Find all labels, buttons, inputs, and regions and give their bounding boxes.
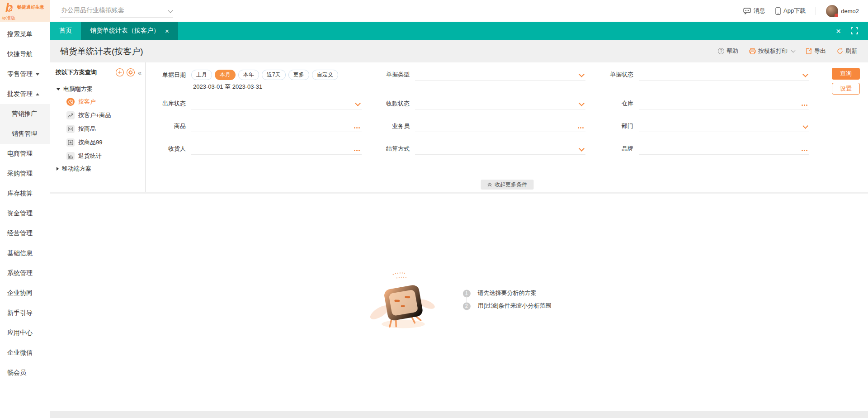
filter-product: 商品 [159,121,362,144]
plan-item-by-customer-product[interactable]: 按客户+商品 [57,109,145,122]
star-report-icon [66,138,75,147]
date-preset-last-month[interactable]: 上月 [191,70,212,80]
settings-button[interactable]: 设置 [832,83,860,95]
tree-group-pc[interactable]: 电脑端方案 [57,83,145,95]
sidebar-item-beginner-guide[interactable]: 新手引导 [0,303,50,323]
tabbar-actions: × [836,22,868,40]
sidebar-item-label: 搜索菜单 [7,30,33,38]
filter-label: 仓库 [606,99,639,109]
filter-outbound-status: 出库状态 [159,99,362,121]
plan-item-by-product-99[interactable]: 按商品99 [57,136,145,149]
sidebar-item-label: 经营管理 [7,229,33,238]
ellipsis-icon [354,150,355,151]
sidebar-item-inventory[interactable]: 库存核算 [0,184,50,204]
doc-type-select[interactable] [415,70,585,81]
close-all-icon[interactable]: × [836,27,841,35]
refresh-icon [837,48,843,54]
sidebar-item-label: 应用中心 [7,329,33,337]
filter-payment-status: 收款状态 [382,99,585,121]
sidebar-item-ecommerce[interactable]: 电商管理 [0,144,50,164]
export-button[interactable]: 导出 [806,47,826,55]
collapse-more-conditions-button[interactable]: 收起更多条件 [481,180,533,190]
sidebar-item-label: 资金管理 [7,209,33,218]
ellipsis-icon [802,104,803,106]
date-preset-custom[interactable]: 自定义 [312,70,338,80]
print-by-template-button[interactable]: 按模板打印 [749,47,795,55]
tab-home[interactable]: 首页 [50,22,81,40]
sidebar-item-marketing[interactable]: 营销推广 [0,104,50,124]
gear-icon[interactable] [126,68,135,77]
payment-status-select[interactable] [415,99,585,109]
filter-consignee: 收货人 [159,144,362,166]
results-area: 1 请先选择要分析的方案 2 用[过滤]条件来缩小分析范围 [50,194,868,411]
query-button[interactable]: 查询 [832,68,860,80]
messages-button[interactable]: 消息 [743,7,765,15]
account-set-selector[interactable]: 办公用品行业模拟账套 [60,5,173,18]
filter-brand: 品牌 [606,144,809,166]
sidebar-item-sales[interactable]: 销售管理 [0,124,50,144]
date-preset-this-month[interactable]: 本月 [215,70,236,80]
step-text: 请先选择要分析的方案 [477,289,536,297]
tab-sales-report[interactable]: 销货单统计表（按客户） × [81,22,178,40]
outbound-status-select[interactable] [191,99,362,109]
plan-item-return-stats[interactable]: 退货统计 [57,149,145,163]
consignee-picker[interactable] [191,144,362,155]
step-text: 用[过滤]条件来缩小分析范围 [477,302,551,310]
date-range-value[interactable]: 2023-03-01 至 2023-03-31 [193,83,338,91]
tree-group-label: 电脑端方案 [63,85,93,93]
date-preset-more[interactable]: 更多 [288,70,309,80]
add-plan-icon[interactable] [115,68,124,77]
caret-right-icon [57,167,59,171]
sidebar-item-purchasing[interactable]: 采购管理 [0,164,50,184]
help-button[interactable]: ? 帮助 [718,47,738,55]
sidebar-item-quick-nav[interactable]: 快捷导航 [0,44,50,64]
filter-label: 单据日期 [159,70,191,81]
sidebar-item-label: 零售管理 [7,70,33,78]
sidebar-item-wecom[interactable]: 企业微信 [0,343,50,363]
department-select[interactable] [639,121,809,132]
workspace: 按以下方案查询 « 电脑端方案 [50,62,868,411]
tree-group-mobile[interactable]: 移动端方案 [57,163,145,175]
app-download-button[interactable]: App下载 [775,7,806,15]
horizontal-scrollbar[interactable] [50,411,868,418]
collapse-label: 收起更多条件 [495,181,527,189]
step-2: 2 用[过滤]条件来缩小分析范围 [462,302,551,310]
doc-status-select[interactable] [639,70,809,81]
phone-icon [775,7,781,15]
settlement-method-select[interactable] [415,144,585,155]
user-menu[interactable]: demo2 [826,5,859,17]
query-panel-title: 按以下方案查询 [56,68,113,76]
chevron-down-icon [579,100,585,106]
filter-date: 单据日期 上月 本月 本年 近7天 更多 自定义 2023-03-01 至 20… [159,70,362,99]
sidebar-item-wholesale[interactable]: 批发管理 [0,84,50,104]
page-title: 销货单统计表(按客户) [60,46,143,57]
sidebar-item-basic-info[interactable]: 基础信息 [0,243,50,263]
plan-item-by-product[interactable]: 按商品 [57,122,145,136]
sidebar-item-member[interactable]: 畅会员 [0,363,50,383]
close-icon[interactable]: × [165,28,169,34]
brand-picker[interactable] [639,144,809,155]
collapse-panel-icon[interactable]: « [138,69,142,76]
sidebar-item-operations[interactable]: 经营管理 [0,223,50,243]
filter-label: 部门 [606,121,639,131]
sidebar-item-search-menu[interactable]: 搜索菜单 [0,24,50,44]
plan-item-label: 按商品 [78,125,96,133]
date-preset-this-year[interactable]: 本年 [238,70,259,80]
plan-item-by-customer[interactable]: 按客户 [57,95,145,109]
filter-label: 收款状态 [382,99,415,109]
sidebar-item-label: 系统管理 [7,269,33,277]
brand-edition: 标准版 [2,15,15,21]
product-picker[interactable] [191,121,362,132]
sidebar-item-collaboration[interactable]: 企业协同 [0,283,50,303]
salesperson-picker[interactable] [415,121,585,132]
date-preset-last-7-days[interactable]: 近7天 [262,70,286,80]
plan-item-label: 按客户+商品 [78,111,111,119]
logo-area[interactable]: b+ 畅捷通好生意 标准版 [0,0,50,22]
sidebar-item-retail[interactable]: 零售管理 [0,64,50,84]
sidebar-item-system[interactable]: 系统管理 [0,263,50,283]
sidebar-item-app-center[interactable]: 应用中心 [0,323,50,343]
fullscreen-icon[interactable] [851,27,858,34]
refresh-button[interactable]: 刷新 [837,47,857,55]
sidebar-item-funds[interactable]: 资金管理 [0,204,50,223]
warehouse-picker[interactable] [639,99,809,109]
